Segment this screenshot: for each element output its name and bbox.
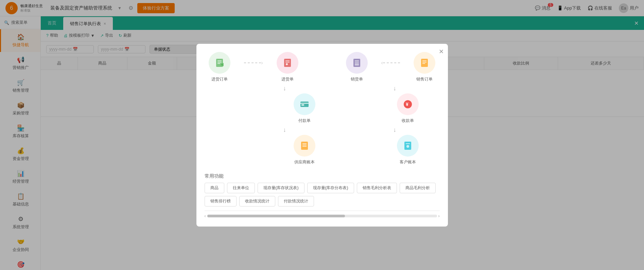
svg-rect-9 xyxy=(353,59,360,67)
common-functions-section: 常用功能 商品 往来单位 现存量(库存状况表) 现存量(库存分布表) 销售毛利分… xyxy=(205,173,440,206)
func-btn-sales-gross[interactable]: 销售毛利分析表 xyxy=(357,183,397,193)
func-btn-product-gross[interactable]: 商品毛利分析 xyxy=(400,183,436,193)
func-buttons-row-1: 商品 往来单位 现存量(库存状况表) 现存量(库存分布表) 销售毛利分析表 商品… xyxy=(205,183,440,193)
arrow-purchase-to-bill: › xyxy=(244,60,263,66)
flow-row-3: 供应商账本 客户账本 xyxy=(226,135,419,165)
flow-section: 进货订单 › 进货单 xyxy=(205,52,440,168)
svg-rect-13 xyxy=(421,59,428,67)
flow-receipt: ¥ 收款单 xyxy=(397,93,419,124)
func-btn-payment-stats[interactable]: 付款情况统计 xyxy=(278,196,314,206)
customer-account-circle xyxy=(397,135,419,157)
scroll-track xyxy=(207,215,437,217)
flow-supplier-account: 供应商账本 xyxy=(294,135,315,165)
svg-rect-22 xyxy=(301,142,308,150)
purchase-order-circle xyxy=(209,52,230,74)
flow-customer-account: 客户账本 xyxy=(397,135,419,165)
svg-rect-0 xyxy=(216,59,223,67)
func-buttons-row-2: 销售排行榜 收款情况统计 付款情况统计 xyxy=(205,196,440,206)
sales-bill-label: 销货单 xyxy=(351,76,363,82)
flow-purchase-order: 进货订单 xyxy=(209,52,230,82)
func-btn-stock-status[interactable]: 现存量(库存状况表) xyxy=(258,183,304,193)
arrow-sales-to-bill: ‹ xyxy=(381,60,400,66)
supplier-account-label: 供应商账本 xyxy=(294,159,315,165)
sales-bill-circle xyxy=(346,52,368,74)
flow-row-1: 进货订单 › 进货单 xyxy=(209,52,435,82)
flow-sales-bill: 销货单 xyxy=(346,52,368,82)
func-btn-stock-dist[interactable]: 现存量(库存分布表) xyxy=(307,183,354,193)
receipt-label: 收款单 xyxy=(402,118,414,124)
sales-order-label: 销售订单 xyxy=(416,76,433,82)
flow-arrows-v1: ↓ ↓ xyxy=(205,85,440,92)
svg-rect-17 xyxy=(300,102,309,107)
svg-point-8 xyxy=(286,63,288,65)
flow-purchase-bill: 进货单 xyxy=(277,52,298,82)
payment-label: 付款单 xyxy=(298,118,311,124)
flow-row-2: 付款单 ¥ 收款单 xyxy=(226,93,419,124)
svg-rect-5 xyxy=(284,59,291,67)
func-btn-sales-rank[interactable]: 销售排行榜 xyxy=(205,196,237,206)
purchase-bill-circle xyxy=(277,52,298,74)
svg-rect-12 xyxy=(355,63,359,66)
func-btn-contacts[interactable]: 往来单位 xyxy=(227,183,255,193)
modal-close-btn[interactable]: ✕ xyxy=(439,48,444,55)
sales-order-circle xyxy=(414,52,435,74)
scroll-thumb[interactable] xyxy=(207,215,345,217)
svg-text:¥: ¥ xyxy=(406,102,408,107)
purchase-order-label: 进货订单 xyxy=(211,76,228,82)
modal-dialog: ✕ 进货订单 › xyxy=(196,44,448,227)
svg-point-28 xyxy=(406,145,409,148)
supplier-account-circle xyxy=(294,135,315,157)
scroll-left-btn[interactable]: ‹ xyxy=(205,214,206,218)
purchase-bill-label: 进货单 xyxy=(281,76,294,82)
svg-rect-19 xyxy=(301,104,304,106)
scroll-right-btn[interactable]: › xyxy=(438,214,440,218)
common-functions-title: 常用功能 xyxy=(205,173,440,179)
func-btn-collection-stats[interactable]: 收款情况统计 xyxy=(239,196,275,206)
receipt-circle: ¥ xyxy=(397,93,419,115)
customer-account-label: 客户账本 xyxy=(400,159,416,165)
func-btn-product[interactable]: 商品 xyxy=(205,183,224,193)
modal-overlay[interactable]: ✕ 进货订单 › xyxy=(0,0,644,270)
flow-payment: 付款单 xyxy=(294,93,315,124)
flow-arrows-v2: ↓ ↓ xyxy=(205,126,440,133)
flow-sales-order: 销售订单 xyxy=(414,52,435,82)
payment-circle xyxy=(294,93,315,115)
modal-scrollbar: ‹ › xyxy=(205,211,440,218)
